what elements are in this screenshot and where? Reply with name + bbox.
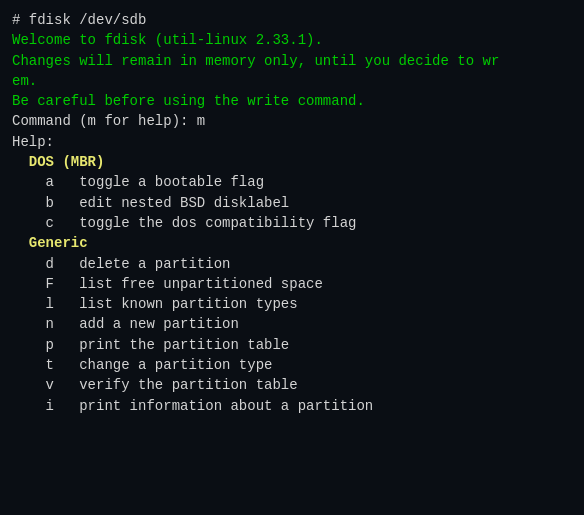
dos-a: a toggle a bootable flag (12, 172, 572, 192)
help: Help: (12, 132, 572, 152)
careful: Be careful before using the write comman… (12, 91, 572, 111)
gen-v: v verify the partition table (12, 375, 572, 395)
terminal-window: # fdisk /dev/sdbWelcome to fdisk (util-l… (0, 0, 584, 515)
changes: Changes will remain in memory only, unti… (12, 51, 572, 71)
dos-header: DOS (MBR) (12, 152, 572, 172)
dos-b: b edit nested BSD disklabel (12, 193, 572, 213)
gen-f: F list free unpartitioned space (12, 274, 572, 294)
cmd-line: # fdisk /dev/sdb (12, 10, 572, 30)
gen-n: n add a new partition (12, 314, 572, 334)
gen-d: d delete a partition (12, 254, 572, 274)
changes2: em. (12, 71, 572, 91)
gen-t: t change a partition type (12, 355, 572, 375)
gen-p: p print the partition table (12, 335, 572, 355)
gen-i: i print information about a partition (12, 396, 572, 416)
command: Command (m for help): m (12, 111, 572, 131)
welcome: Welcome to fdisk (util-linux 2.33.1). (12, 30, 572, 50)
dos-c: c toggle the dos compatibility flag (12, 213, 572, 233)
generic-header: Generic (12, 233, 572, 253)
gen-l: l list known partition types (12, 294, 572, 314)
